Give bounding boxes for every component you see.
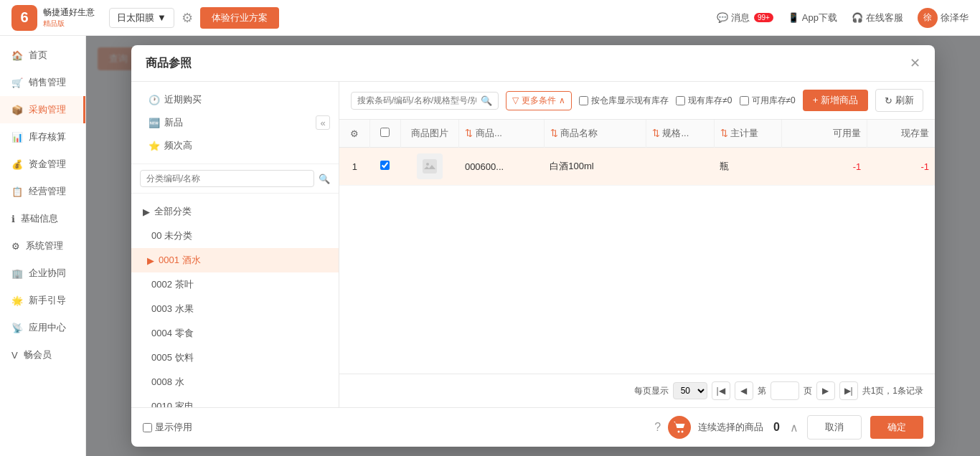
collapse-left-panel-btn[interactable]: « [316,115,330,130]
col-unit-header[interactable]: ⇅ 主计量 [714,120,782,148]
nav-app[interactable]: 📱 App下载 [788,11,837,24]
sidebar-item-manage[interactable]: 📋 经营管理 [0,178,85,205]
system-icon: ⚙ [11,241,20,252]
category-appliance[interactable]: 0010 家电 [131,394,339,407]
modal-header: 商品参照 ✕ [131,45,935,82]
sidebar-item-member[interactable]: V 畅会员 [0,341,85,369]
sort-unit-icon: ⇅ [720,128,728,138]
product-table-wrapper: ⚙ 商品图片 ⇅ 商品... [339,120,935,374]
col-name-header[interactable]: ⇅ 商品名称 [544,120,646,148]
product-table: ⚙ 商品图片 ⇅ 商品... [339,120,935,186]
modal-overlay: 商品参照 ✕ 🕐 近期购买 [86,36,980,456]
table-row[interactable]: 1 [339,148,935,186]
add-product-btn[interactable]: + 新增商品 [803,90,868,111]
available-checkbox[interactable] [740,96,749,105]
sidebar-item-appcenter[interactable]: 📡 应用中心 [0,314,85,341]
top-nav: 6 畅捷通好生意 精品版 日太阳膜 ▼ ⚙ 体验行业方案 💬 消息 99+ 📱 … [0,0,980,36]
exp-btn[interactable]: 体验行业方案 [200,7,279,29]
category-uncategorized[interactable]: 00 未分类 [131,224,339,248]
page-total-info: 共1页，1条记录 [862,385,923,397]
page-size-select[interactable]: 50 [673,382,707,399]
sidebar-item-guide[interactable]: 🌟 新手引导 [0,287,85,314]
row-unit: 瓶 [714,148,782,186]
sidebar-item-purchase[interactable]: 📦 采购管理 [0,96,85,123]
guide-icon: 🌟 [11,295,23,306]
finance-icon: 💰 [11,159,23,170]
sidebar-item-sales[interactable]: 🛒 销售管理 [0,69,85,96]
home-icon: 🏠 [11,50,23,61]
sort-code-icon: ⇅ [465,128,473,138]
quick-filter-recent[interactable]: 🕐 近期购买 [140,89,310,110]
content-area: 查询 设置 刷新 商品参照 ✕ [86,36,980,456]
msg-badge: 99+ [754,13,773,22]
sidebar-item-finance[interactable]: 💰 资金管理 [0,151,85,178]
category-tea[interactable]: 0002 茶叶 [131,272,339,297]
next-page-btn[interactable]: ▶ [816,381,835,400]
checkbox-available[interactable]: 可用库存≠0 [740,95,796,107]
refresh-btn[interactable]: ↻ 刷新 [875,89,923,112]
collapse-cart-btn[interactable]: ∧ [790,421,798,434]
category-fruit[interactable]: 0003 水果 [131,297,339,321]
stock-checkbox[interactable] [676,96,685,105]
nav-msg[interactable]: 💬 消息 99+ [717,11,773,24]
sidebar-item-stock[interactable]: 📊 库存核算 [0,123,85,151]
first-page-btn[interactable]: |◀ [712,381,730,400]
quick-filter-new[interactable]: 🆕 新品 [140,112,310,133]
product-search-input[interactable] [357,95,476,105]
nav-user[interactable]: 徐 徐泽华 [918,8,969,28]
left-sidebar: 🏠 首页 🛒 销售管理 📦 采购管理 📊 库存核算 💰 资金管理 📋 经营管理 … [0,36,86,456]
member-icon: V [11,350,18,361]
page-input[interactable]: 1 [771,381,799,400]
sidebar-item-system[interactable]: ⚙ 系统管理 [0,232,85,260]
sidebar-item-info[interactable]: ℹ 基础信息 [0,205,85,232]
modal-left-panel: 🕐 近期购买 🆕 新品 ⭐ 频次高 [131,82,339,407]
col-spec-header[interactable]: ⇅ 规格... [646,120,714,148]
category-search-icon[interactable]: 🔍 [319,174,330,184]
checkbox-stock[interactable]: 现有库存≠0 [676,95,732,107]
search-icon[interactable]: 🔍 [481,95,492,106]
col-stock-header: 现存量 [867,120,935,148]
select-all-checkbox[interactable] [380,128,390,137]
category-snack[interactable]: 0004 零食 [131,321,339,346]
cart-label: 连续选择的商品 [698,421,763,434]
last-page-btn[interactable]: ▶| [839,381,858,400]
cancel-button[interactable]: 取消 [807,415,862,440]
sidebar-item-home[interactable]: 🏠 首页 [0,42,85,69]
category-water[interactable]: 0008 水 [131,370,339,394]
col-code-header[interactable]: ⇅ 商品... [459,120,544,148]
refresh-icon: ↻ [885,95,892,106]
category-liquor[interactable]: ▶ 0001 酒水 [131,248,339,272]
cart-icon-btn[interactable] [668,416,691,439]
appcenter-icon: 📡 [11,323,23,333]
checkbox-warehouse[interactable]: 按仓库显示现有库存 [579,95,669,107]
quick-filter-freq[interactable]: ⭐ 频次高 [140,135,310,156]
category-search-input[interactable] [140,170,314,187]
product-image [417,153,443,179]
corp-icon: 🏢 [11,268,23,279]
nav-service[interactable]: 🎧 在线客服 [852,11,903,24]
filter-more-btn[interactable]: ▽ 更多条件 ∧ [506,91,572,110]
row-checkbox[interactable] [380,161,390,170]
col-settings-header[interactable]: ⚙ [339,120,370,148]
category-drink[interactable]: 0005 饮料 [131,346,339,370]
nav-selector[interactable]: 日太阳膜 ▼ [109,8,174,28]
prev-page-btn[interactable]: ◀ [735,381,753,400]
modal-body: 🕐 近期购买 🆕 新品 ⭐ 频次高 [131,82,935,407]
confirm-button[interactable]: 确定 [870,416,923,439]
purchase-icon: 📦 [11,105,23,115]
category-all[interactable]: ▶ 全部分类 [131,199,339,224]
settings-icon[interactable]: ⚙ [182,10,193,26]
warehouse-checkbox[interactable] [579,96,588,105]
clock-icon: 🕐 [149,95,160,105]
sort-spec-icon: ⇅ [652,128,660,138]
msg-icon: 💬 [717,12,728,23]
show-disabled-checkbox[interactable] [143,423,152,432]
show-disabled-label[interactable]: 显示停用 [143,421,192,434]
modal-close-button[interactable]: ✕ [910,55,920,71]
logo-text: 畅捷通好生意 [43,6,95,19]
svg-rect-0 [423,159,437,174]
sidebar-item-corp[interactable]: 🏢 企业协同 [0,260,85,287]
main-layout: 🏠 首页 🛒 销售管理 📦 采购管理 📊 库存核算 💰 资金管理 📋 经营管理 … [0,36,980,456]
info-icon: ℹ [11,214,15,224]
help-icon[interactable]: ? [654,421,661,434]
